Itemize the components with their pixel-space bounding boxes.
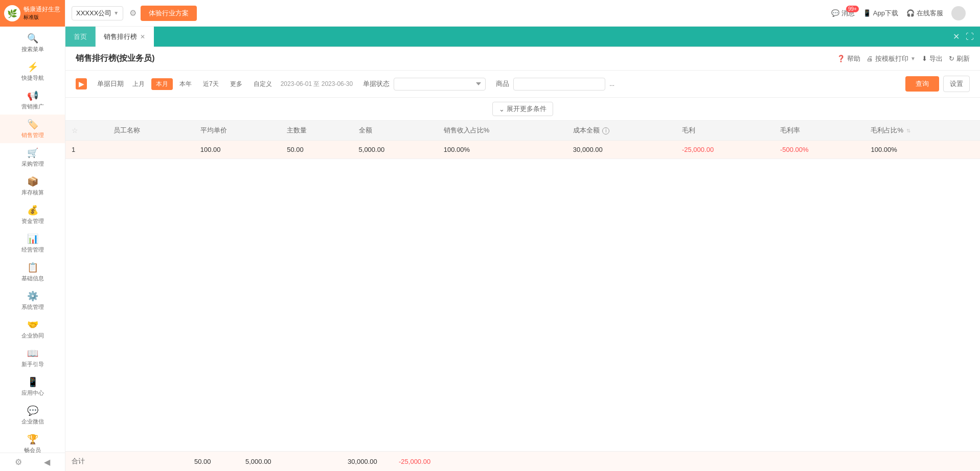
print-icon: 🖨 (867, 55, 873, 62)
settings-button[interactable]: 设置 (943, 76, 970, 92)
cost-info-icon[interactable]: i (602, 127, 609, 134)
th-gross: 毛利 (676, 121, 774, 141)
tab-close-icon[interactable]: ✕ (140, 33, 145, 40)
refresh-button[interactable]: ↻ 刷新 (949, 54, 970, 63)
sidebar-item-basic[interactable]: 📋 基础信息 (0, 258, 65, 286)
topbar-right: 💬 消息 99+ 📱 App下载 🎧 在线客服 (831, 6, 974, 20)
app-icon: 📱 (863, 9, 871, 17)
apps-icon: 📱 (27, 376, 38, 388)
sidebar-label-search: 搜索菜单 (21, 46, 44, 53)
sidebar-label-inventory: 库存核算 (21, 189, 44, 196)
status-filter-section: 单据状态 (363, 78, 486, 91)
date-tab-this-month[interactable]: 本月 (151, 78, 173, 90)
settings-icon[interactable]: ⚙ (129, 8, 136, 18)
date-filter-section: 单据日期 上月 本月 本年 近7天 更多 自定义 2023-06-01 至 20… (97, 78, 353, 90)
cell-gross-rate: -500.00% (774, 141, 865, 159)
cell-gross: -25,000.00 (676, 141, 774, 159)
cell-qty: 50.00 (281, 141, 352, 159)
avatar[interactable] (951, 6, 966, 20)
sidebar-item-operation[interactable]: 📊 经营管理 (0, 229, 65, 258)
th-name: 员工名称 (107, 121, 194, 141)
message-button[interactable]: 💬 消息 99+ (831, 9, 855, 18)
sidebar-collapse-button[interactable]: ◀ (44, 457, 50, 467)
print-button[interactable]: 🖨 按模板打印 ▼ (867, 54, 916, 63)
main-area: XXXXX公司 ▼ ⚙ 体验行业方案 💬 消息 99+ 📱 App下载 🎧 在线… (65, 0, 980, 471)
sidebar-item-quick[interactable]: ⚡ 快捷导航 (0, 57, 65, 86)
finance-icon: 💰 (27, 205, 38, 216)
date-range: 2023-06-01 至 2023-06-30 (281, 80, 353, 88)
page-title: 销售排行榜(按业务员) (76, 53, 155, 64)
date-tab-this-year[interactable]: 本年 (175, 78, 196, 90)
trial-button[interactable]: 体验行业方案 (141, 6, 197, 21)
export-label: 导出 (929, 54, 943, 63)
sidebar-settings-button[interactable]: ⚙ (15, 457, 22, 467)
guide-icon: 📖 (27, 348, 38, 359)
th-cost: 成本全额 i (567, 121, 676, 141)
sidebar-item-member[interactable]: 🏆 畅会员 (0, 430, 65, 453)
sidebar-item-purchase[interactable]: 🛒 采购管理 (0, 143, 65, 172)
help-button[interactable]: ❓ 帮助 (837, 54, 860, 63)
maximize-icon[interactable]: ⛶ (966, 32, 974, 41)
sidebar-item-inventory[interactable]: 📦 库存核算 (0, 172, 65, 200)
sidebar-item-marketing[interactable]: 📢 营销推广 (0, 86, 65, 115)
goods-filter-section: 商品 ... (496, 78, 614, 91)
sidebar-item-guide[interactable]: 📖 新手引导 (0, 344, 65, 372)
goods-filter-input[interactable] (513, 78, 605, 91)
date-tab-custom[interactable]: 自定义 (249, 78, 277, 90)
cell-amount: 5,000.00 (353, 141, 438, 159)
tab-home[interactable]: 首页 (65, 27, 96, 47)
sidebar-label-quick: 快捷导航 (21, 74, 44, 82)
status-filter-select[interactable] (394, 78, 486, 91)
company-selector[interactable]: XXXXX公司 ▼ (72, 6, 123, 20)
inventory-icon: 📦 (27, 176, 38, 187)
cell-cost: 30,000.00 (567, 141, 676, 159)
tab-sales-rank[interactable]: 销售排行榜 ✕ (96, 27, 154, 47)
table-row: 1 100.00 50.00 5,000.00 100.00% 30,000.0… (65, 141, 980, 159)
th-gross-rate: 毛利率 (774, 121, 865, 141)
company-name: XXXXX公司 (76, 9, 111, 18)
th-rank: ☆ (65, 121, 107, 141)
purchase-icon: 🛒 (27, 147, 38, 159)
sales-icon: 🏷️ (27, 119, 38, 130)
sort-icon[interactable]: ⇅ (906, 128, 910, 133)
sidebar-item-finance[interactable]: 💰 资金管理 (0, 200, 65, 229)
export-button[interactable]: ⬇ 导出 (922, 54, 943, 63)
sidebar-label-marketing: 营销推广 (21, 103, 44, 110)
filter-collapse-button[interactable]: ▶ (76, 78, 87, 89)
date-tab-more[interactable]: 更多 (225, 78, 247, 90)
app-label: App下载 (873, 9, 898, 18)
print-label: 按模板打印 (875, 54, 908, 63)
topbar: XXXXX公司 ▼ ⚙ 体验行业方案 💬 消息 99+ 📱 App下载 🎧 在线… (65, 0, 980, 27)
sidebar-item-sales[interactable]: 🏷️ 销售管理 (0, 115, 65, 143)
goods-filter-more[interactable]: ... (609, 80, 614, 87)
sidebar-label-apps: 应用中心 (21, 389, 44, 397)
sidebar-item-search[interactable]: 🔍 搜索菜单 (0, 29, 65, 57)
search-icon: 🔍 (27, 33, 38, 44)
app-download-button[interactable]: 📱 App下载 (863, 9, 898, 18)
page-actions: ❓ 帮助 🖨 按模板打印 ▼ ⬇ 导出 ↻ 刷新 (837, 54, 970, 63)
sidebar-item-system[interactable]: ⚙️ 系统管理 (0, 286, 65, 315)
th-qty: 主数量 (281, 121, 352, 141)
page-header: 销售排行榜(按业务员) ❓ 帮助 🖨 按模板打印 ▼ ⬇ 导出 (65, 47, 980, 71)
cell-sales-pct: 100.00% (438, 141, 567, 159)
sidebar-item-wechat[interactable]: 💬 企业微信 (0, 401, 65, 430)
marketing-icon: 📢 (27, 90, 38, 101)
date-tabs: 上月 本月 本年 近7天 更多 自定义 (128, 78, 277, 90)
cell-rank: 1 (65, 141, 107, 159)
sidebar-logo: 🌿 畅康通好生意 标准版 (0, 0, 65, 27)
operation-icon: 📊 (27, 233, 38, 244)
service-label: 在线客服 (917, 9, 943, 18)
query-button[interactable]: 查询 (905, 76, 939, 92)
close-window-icon[interactable]: ✕ (953, 32, 960, 41)
sidebar-item-collab[interactable]: 🤝 企业协同 (0, 315, 65, 344)
sidebar-label-operation: 经营管理 (21, 246, 44, 254)
expand-button[interactable]: ⌄ 展开更多条件 (492, 102, 553, 116)
online-service-button[interactable]: 🎧 在线客服 (906, 9, 943, 18)
sidebar-item-apps[interactable]: 📱 应用中心 (0, 372, 65, 401)
star-icon[interactable]: ☆ (72, 126, 78, 134)
date-tab-last-month[interactable]: 上月 (128, 78, 149, 90)
th-sales-pct: 销售收入占比% (438, 121, 567, 141)
data-table: ☆ 员工名称 平均单价 主数量 全额 销售收入占比% 成本全额 i 毛利 毛利率 (65, 121, 980, 159)
sidebar-label-finance: 资金管理 (21, 217, 44, 225)
date-tab-7days[interactable]: 近7天 (198, 78, 223, 90)
